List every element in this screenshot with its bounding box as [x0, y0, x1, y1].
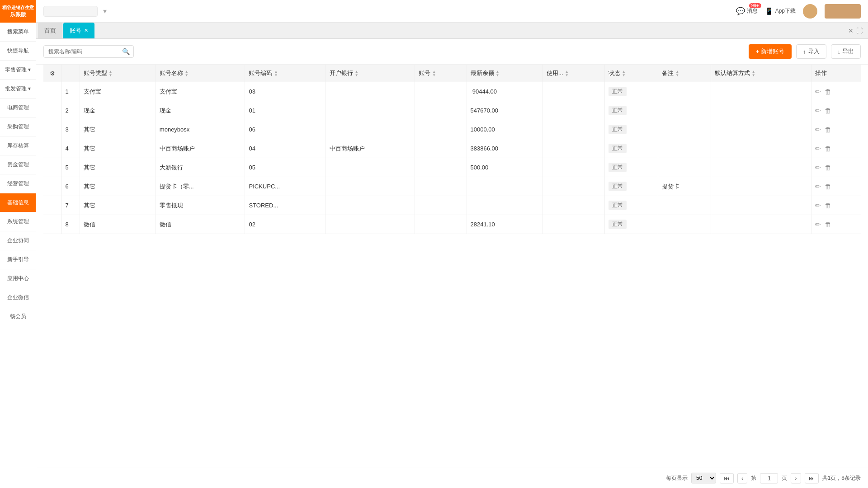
delete-button[interactable]: 🗑 — [825, 107, 831, 115]
tab-minimize-icon[interactable]: ✕ — [848, 27, 854, 34]
edit-button[interactable]: ✏ — [815, 183, 821, 191]
balance-col-header[interactable]: 最新余额▲▼ — [467, 65, 542, 82]
delete-button[interactable]: 🗑 — [825, 88, 831, 96]
search-button[interactable]: 🔍 — [118, 48, 133, 55]
last-page-button[interactable]: ⏭ — [805, 473, 819, 483]
row-bank — [326, 120, 415, 139]
import-button[interactable]: ↑ 导入 — [796, 44, 826, 59]
sidebar-item-newbie-guide[interactable]: 新手引导 — [0, 250, 36, 269]
tab-maximize-icon[interactable]: ⛶ — [856, 27, 863, 34]
sidebar-items: 搜索菜单快捷导航零售管理 ▾批发管理 ▾电商管理采购管理库存核算资金管理经营管理… — [0, 23, 36, 326]
sidebar-item-basic-info[interactable]: 基础信息 — [0, 193, 36, 212]
row-status: 正常 — [604, 158, 658, 177]
tab-home[interactable]: 首页 — [38, 23, 62, 38]
row-bank — [326, 101, 415, 120]
row-balance: 500.00 — [467, 158, 542, 177]
first-page-button[interactable]: ⏮ — [720, 473, 734, 483]
row-remark: 提货卡 — [658, 177, 711, 196]
delete-button[interactable]: 🗑 — [825, 221, 831, 229]
import-icon: ↑ — [803, 48, 806, 55]
sidebar-item-wholesale-mgmt[interactable]: 批发管理 ▾ — [0, 80, 36, 99]
table-row: 5 其它 大新银行 05 500.00 正常 ✏ 🗑 — [43, 158, 861, 177]
row-remark — [658, 158, 711, 177]
row-type: 其它 — [80, 139, 156, 158]
main-area: ▾ 💬 消息 99+ 📱 App下载 首页 账号 ✕ ✕ ⛶ — [36, 0, 868, 488]
row-name: moneybosx — [156, 120, 245, 139]
row-index: 1 — [61, 82, 80, 101]
usage-col-header[interactable]: 使用...▲▼ — [542, 65, 604, 82]
sidebar-item-operations-mgmt[interactable]: 经营管理 — [0, 174, 36, 193]
avatar[interactable] — [803, 4, 817, 19]
row-actions: ✏ 🗑 — [811, 215, 861, 234]
delete-button[interactable]: 🗑 — [825, 183, 831, 191]
status-col-header[interactable]: 状态▲▼ — [604, 65, 658, 82]
add-account-button[interactable]: + 新增账号 — [749, 44, 792, 59]
row-actions: ✏ 🗑 — [811, 158, 861, 177]
sidebar-item-inventory[interactable]: 库存核算 — [0, 136, 36, 155]
row-account — [415, 158, 467, 177]
top-dropdown-icon[interactable]: ▾ — [103, 7, 107, 15]
sidebar-item-member[interactable]: 畅会员 — [0, 307, 36, 326]
sidebar-item-ecommerce-mgmt[interactable]: 电商管理 — [0, 99, 36, 117]
delete-button[interactable]: 🗑 — [825, 202, 831, 210]
sidebar-item-enterprise-agreement[interactable]: 企业协同 — [0, 231, 36, 250]
code-col-header[interactable]: 账号编码▲▼ — [245, 65, 326, 82]
delete-button[interactable]: 🗑 — [825, 164, 831, 172]
sidebar-item-finance-mgmt[interactable]: 资金管理 — [0, 155, 36, 174]
edit-button[interactable]: ✏ — [815, 107, 821, 115]
edit-button[interactable]: ✏ — [815, 126, 821, 134]
export-button[interactable]: ↓ 导出 — [831, 44, 861, 59]
sidebar-item-app-center[interactable]: 应用中心 — [0, 269, 36, 288]
row-usage — [542, 101, 604, 120]
app-download-button[interactable]: 📱 App下载 — [765, 7, 796, 15]
table-row: 3 其它 moneybosx 06 10000.00 正常 ✏ 🗑 — [43, 120, 861, 139]
page-number-input[interactable] — [760, 473, 778, 483]
row-index: 7 — [61, 196, 80, 215]
delete-button[interactable]: 🗑 — [825, 126, 831, 134]
top-search-input[interactable] — [43, 6, 98, 17]
edit-button[interactable]: ✏ — [815, 164, 821, 172]
sidebar-item-purchase-mgmt[interactable]: 采购管理 — [0, 117, 36, 136]
tab-bar: 首页 账号 ✕ ✕ ⛶ — [36, 23, 868, 39]
table-row: 7 其它 零售抵现 STORED... 正常 ✏ 🗑 — [43, 196, 861, 215]
accounts-table: ⚙ 账号类型▲▼ 账号名称▲▼ 账号编码▲▼ 开户银行▲▼ 账号▲▼ 最新余额▲… — [43, 65, 861, 234]
delete-button[interactable]: 🗑 — [825, 145, 831, 153]
remark-col-header[interactable]: 备注▲▼ — [658, 65, 711, 82]
account-col-header[interactable]: 账号▲▼ — [415, 65, 467, 82]
tab-account[interactable]: 账号 ✕ — [63, 23, 94, 38]
sidebar-item-search-menu[interactable]: 搜索菜单 — [0, 23, 36, 42]
default-settlement-col-header[interactable]: 默认结算方式▲▼ — [711, 65, 811, 82]
bank-col-header[interactable]: 开户银行▲▼ — [326, 65, 415, 82]
settings-col-header[interactable]: ⚙ — [43, 65, 61, 82]
toolbar-right: + 新增账号 ↑ 导入 ↓ 导出 — [749, 44, 861, 59]
search-input[interactable] — [44, 46, 118, 57]
sidebar-item-system-mgmt[interactable]: 系统管理 — [0, 212, 36, 231]
row-balance: 10000.00 — [467, 120, 542, 139]
row-remark — [658, 215, 711, 234]
row-balance: -90444.00 — [467, 82, 542, 101]
name-col-header[interactable]: 账号名称▲▼ — [156, 65, 245, 82]
row-code: PICKUPC... — [245, 177, 326, 196]
type-col-header[interactable]: 账号类型▲▼ — [80, 65, 156, 82]
row-balance: 383866.00 — [467, 139, 542, 158]
row-name: 大新银行 — [156, 158, 245, 177]
row-code: 05 — [245, 158, 326, 177]
row-code: 03 — [245, 82, 326, 101]
sidebar-item-quick-nav[interactable]: 快捷导航 — [0, 42, 36, 61]
row-account — [415, 82, 467, 101]
edit-button[interactable]: ✏ — [815, 145, 821, 153]
edit-button[interactable]: ✏ — [815, 202, 821, 210]
user-info[interactable] — [825, 4, 861, 19]
msg-button[interactable]: 💬 消息 99+ — [736, 7, 758, 15]
edit-button[interactable]: ✏ — [815, 88, 821, 96]
row-name: 微信 — [156, 215, 245, 234]
prev-page-button[interactable]: ‹ — [737, 473, 747, 483]
toolbar: 🔍 + 新增账号 ↑ 导入 ↓ 导出 — [36, 39, 868, 65]
tab-close-icon[interactable]: ✕ — [84, 28, 88, 33]
sidebar-item-enterprise-wechat[interactable]: 企业微信 — [0, 288, 36, 307]
sidebar-item-retail-mgmt[interactable]: 零售管理 ▾ — [0, 61, 36, 80]
next-page-button[interactable]: › — [791, 473, 801, 483]
edit-button[interactable]: ✏ — [815, 221, 821, 229]
page-size-select[interactable]: 50 100 200 — [691, 473, 716, 483]
row-settings — [43, 215, 61, 234]
